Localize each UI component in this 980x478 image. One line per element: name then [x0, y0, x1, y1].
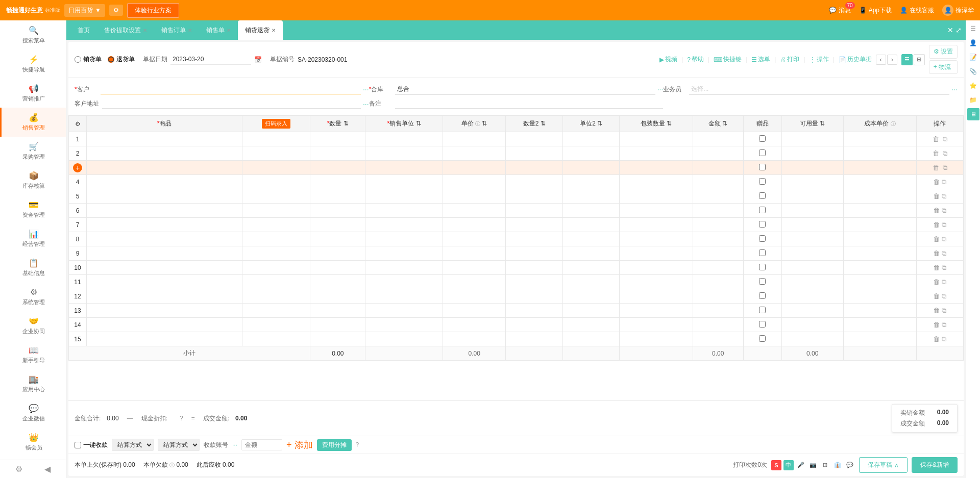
video-link[interactable]: ▶ 视频 [659, 55, 677, 64]
tab-price-settings[interactable]: 售价提取设置 ✕ [97, 20, 154, 40]
gift-checkbox[interactable] [759, 135, 766, 142]
copy-row-btn[interactable]: ⧉ [941, 278, 947, 286]
gift-checkbox[interactable] [759, 221, 766, 228]
tab-home[interactable]: 首页 [70, 20, 97, 40]
delete-row-btn[interactable]: 🗑 [932, 178, 941, 186]
copy-row-btn[interactable]: ⧉ [941, 192, 947, 200]
sidebar-item-marketing[interactable]: 📢 营销推广 [0, 79, 66, 108]
delete-row-btn[interactable]: 🗑 [932, 292, 941, 300]
radio-sales-bill[interactable]: 销货单 [75, 55, 102, 64]
history-link[interactable]: 📄 历史单据 [839, 55, 872, 64]
warehouse-value[interactable]: 总合 [395, 84, 655, 95]
delete-row-btn[interactable]: 🗑 [932, 307, 941, 314]
gift-checkbox[interactable] [759, 307, 766, 313]
gift-checkbox[interactable] [759, 321, 766, 328]
gift-checkbox[interactable] [759, 264, 766, 270]
sidebar-item-shortcut[interactable]: ⚡ 快捷导航 [0, 49, 66, 79]
quantity-cell[interactable] [310, 161, 365, 175]
print-link[interactable]: 🖨 打印 [780, 55, 799, 64]
help-icon[interactable]: ? [180, 415, 183, 422]
quantity-cell[interactable] [310, 146, 365, 161]
taskbar-zh-icon[interactable]: 中 [783, 460, 794, 470]
trial-button[interactable]: 体验行业方案 [127, 3, 179, 18]
copy-row-btn[interactable]: ⧉ [941, 235, 947, 243]
tab-sales-order[interactable]: 销售订单 ✕ [154, 20, 199, 40]
close-icon[interactable]: ✕ [188, 28, 192, 33]
shortcut-link[interactable]: ⌨ 快捷键 [714, 55, 742, 64]
copy-row-btn[interactable]: ⧉ [941, 264, 947, 272]
salesperson-value[interactable]: 选择... [689, 84, 949, 95]
taskbar-chat-icon[interactable]: 💬 [845, 460, 855, 470]
amount-cell[interactable] [693, 132, 743, 146]
tab-sales-bill[interactable]: 销售单 ✕ [199, 20, 238, 40]
delete-row-btn[interactable]: 🗑 [932, 321, 941, 329]
operation-link[interactable]: ⋮ 操作 [810, 55, 829, 64]
delete-row-btn[interactable]: 🗑 [932, 149, 940, 157]
payment-help-icon[interactable]: ? [356, 441, 359, 448]
list-view-btn[interactable]: ☰ [901, 54, 913, 65]
delete-row-btn[interactable]: 🗑 [932, 235, 941, 243]
prev-doc-btn[interactable]: ‹ [876, 55, 886, 65]
account-dots[interactable]: ··· [232, 441, 237, 448]
address-dots[interactable]: ··· [363, 100, 369, 108]
customer-value[interactable] [101, 85, 361, 94]
gift-checkbox[interactable] [759, 278, 766, 285]
one-click-payment[interactable]: 一键收款 [75, 441, 108, 449]
unit-price-cell[interactable] [443, 132, 506, 146]
unit2-cell[interactable] [562, 132, 619, 146]
product-cell-active[interactable] [87, 161, 242, 175]
unit2-cell[interactable] [562, 146, 619, 161]
package-qty-cell[interactable] [620, 132, 693, 146]
gift-checkbox[interactable] [759, 192, 766, 199]
date-input[interactable] [170, 54, 251, 65]
copy-row-btn[interactable]: ⧉ [941, 249, 947, 258]
delete-row-btn[interactable]: 🗑 [932, 164, 940, 171]
close-tab-btn[interactable]: ✕ [947, 26, 953, 34]
sidebar-item-search[interactable]: 🔍 搜索菜单 [0, 20, 66, 49]
notification-area[interactable]: 💬 消息 70 [829, 6, 851, 15]
gift-checkbox[interactable] [759, 235, 766, 242]
copy-row-btn[interactable]: ⧉ [941, 307, 947, 315]
sidebar-item-newguide[interactable]: 📖 新手引导 [0, 340, 66, 369]
delete-row-btn[interactable]: 🗑 [932, 278, 941, 286]
quantity2-cell[interactable] [506, 146, 562, 161]
warehouse-dots[interactable]: ··· [657, 85, 664, 93]
sidebar-settings-btn[interactable]: ⚙ [15, 464, 22, 474]
next-doc-btn[interactable]: › [887, 55, 897, 65]
close-icon[interactable]: ✕ [143, 28, 147, 33]
unit-price-cell[interactable] [443, 161, 506, 175]
right-panel-btn-2[interactable]: 👤 [967, 37, 979, 49]
delete-row-btn[interactable]: 🗑 [932, 335, 941, 343]
calc-select[interactable]: 结算方式 [158, 439, 200, 451]
gift-checkbox[interactable] [759, 249, 766, 256]
fee-split-btn[interactable]: 费用分摊 [317, 439, 352, 451]
app-download[interactable]: 📱 App下载 [859, 6, 892, 15]
remark-value[interactable] [395, 99, 664, 109]
copy-row-btn[interactable]: ⧉ [941, 335, 947, 343]
due-info-icon[interactable]: ⓘ [169, 462, 175, 468]
delete-row-btn[interactable]: 🗑 [932, 264, 941, 271]
delete-row-btn[interactable]: 🗑 [932, 249, 941, 257]
right-panel-btn-4[interactable]: 📎 [967, 65, 979, 78]
one-click-checkbox[interactable] [75, 442, 81, 448]
copy-row-btn[interactable]: ⧉ [941, 321, 947, 329]
settings-icon[interactable]: ⚙ [109, 5, 123, 16]
add-row-btn[interactable]: + [73, 163, 82, 172]
salesperson-dots[interactable]: ··· [951, 85, 958, 93]
settlement-select[interactable]: 结算方式 [112, 439, 154, 451]
copy-row-btn[interactable]: ⧉ [941, 292, 947, 300]
amount-cell[interactable] [693, 161, 743, 175]
radio-return-bill[interactable]: 退货单 [108, 55, 135, 64]
tab-sales-return[interactable]: 销货退货 ✕ [238, 20, 283, 40]
sales-unit-cell[interactable] [365, 161, 443, 175]
sidebar-item-sales[interactable]: 💰 销售管理 [0, 108, 66, 137]
quantity2-cell[interactable] [506, 132, 562, 146]
quantity2-cell[interactable] [506, 161, 562, 175]
product-input[interactable] [91, 164, 238, 171]
package-qty-cell[interactable] [620, 161, 693, 175]
package-qty-cell[interactable] [620, 146, 693, 161]
sidebar-item-wechat[interactable]: 💬 企业微信 [0, 398, 66, 427]
copy-row-btn[interactable]: ⧉ [941, 207, 947, 215]
gift-checkbox[interactable] [759, 164, 766, 170]
amount-cell[interactable] [693, 146, 743, 161]
